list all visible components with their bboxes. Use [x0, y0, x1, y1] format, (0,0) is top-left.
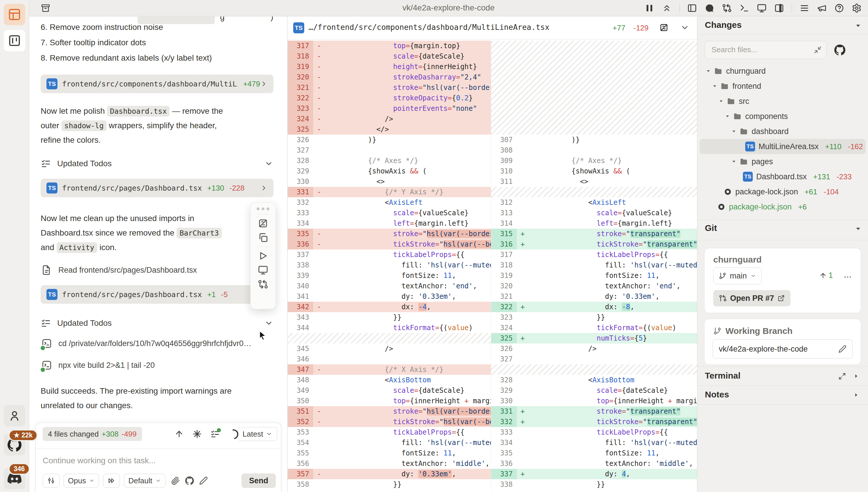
working-branch-input[interactable]: vk/4e2a-explore-the-code	[713, 339, 852, 359]
profile-button[interactable]	[4, 405, 25, 426]
diff-line: 337+ dy: 4,	[491, 469, 697, 479]
tree-folder-frontend[interactable]: frontend	[697, 79, 868, 94]
topbar-separator	[792, 4, 792, 13]
file-search-box[interactable]: Search files...	[705, 41, 827, 59]
tree-file-Dashboard.tsx[interactable]: TSDashboard.tsx+131-233	[697, 169, 868, 184]
latest-dropdown[interactable]: Latest	[238, 427, 278, 441]
message-input[interactable]: Continue working on this task...	[43, 456, 156, 465]
github-button[interactable]: ★ 22k	[4, 434, 25, 456]
line-number: 321	[288, 82, 313, 93]
board-view-button[interactable]	[4, 30, 25, 51]
line-number: 318	[491, 260, 517, 270]
help-icon[interactable]	[834, 3, 844, 13]
monitor-icon[interactable]	[258, 265, 268, 275]
caret-down-icon[interactable]	[731, 158, 737, 165]
changes-section-title[interactable]: Changes	[705, 20, 742, 30]
line-number: 330	[288, 176, 313, 187]
collapse-tree-icon[interactable]	[814, 46, 822, 54]
agent-action-row[interactable]: Read frontend/src/pages/Dashboard.tsx	[42, 265, 197, 275]
diff-file-path: …/frontend/src/components/dashboard/Mult…	[309, 23, 549, 32]
layout-toggle-button[interactable]	[4, 4, 25, 25]
file-change-chip[interactable]: TSfrontend/src/pages/Dashboard.tsx+130-2…	[41, 179, 274, 197]
tree-folder-churnguard[interactable]: churnguard	[697, 64, 868, 79]
diff-line: 348 <AxisBottom	[288, 375, 491, 385]
edit-branch-icon[interactable]	[838, 345, 846, 353]
diff-view-toggle-icon[interactable]	[659, 23, 668, 32]
panel-right-icon[interactable]	[774, 3, 784, 13]
terminal-section[interactable]: Terminal	[697, 366, 868, 386]
arrow-up-icon[interactable]	[174, 429, 184, 439]
files-changed-chip[interactable]: 4 files changed +308 -499	[43, 427, 142, 441]
caret-down-icon[interactable]	[718, 98, 724, 104]
git-branch-icon	[719, 272, 726, 280]
github-context-icon[interactable]	[185, 476, 194, 485]
open-pr-button[interactable]: Open PR #7	[713, 290, 791, 306]
caret-down-icon[interactable]	[711, 83, 718, 89]
terminal-cmd-icon	[42, 338, 52, 349]
panel-left-icon[interactable]	[687, 3, 697, 13]
megaphone-icon[interactable]	[817, 3, 827, 13]
mode-dropdown[interactable]: Default	[124, 474, 165, 488]
updated-todos-row[interactable]: Updated Todos	[41, 157, 273, 170]
agent-action-row[interactable]: cd /private/var/folders/10/h7w0q46556ggr…	[42, 338, 251, 349]
repo-menu-icon[interactable]	[843, 273, 852, 281]
collapse-file-icon[interactable]	[680, 23, 689, 32]
menu-icon[interactable]	[799, 3, 810, 13]
sparkle-icon[interactable]	[192, 429, 202, 439]
file-change-chip[interactable]: TSfrontend/src/components/dashboard/Mult…	[41, 75, 274, 93]
line-number: 315	[491, 228, 517, 239]
caret-down-icon[interactable]	[731, 128, 737, 134]
git-compare-icon[interactable]	[722, 3, 732, 13]
chevron-down-icon	[264, 159, 273, 168]
caret-down-icon[interactable]	[705, 68, 711, 74]
diff-line: 323- pointerEvents="none"	[288, 103, 491, 114]
terminal-icon[interactable]	[740, 3, 749, 13]
pen-icon[interactable]	[199, 476, 208, 485]
search-input[interactable]: Search files...	[711, 45, 757, 54]
tree-folder-src[interactable]: src	[697, 94, 868, 109]
todos-status-icon[interactable]	[210, 429, 220, 439]
diff-line: 345 />	[288, 343, 491, 354]
fast-forward-button[interactable]	[103, 474, 120, 488]
branch-dropdown[interactable]: main	[713, 268, 762, 284]
expand-terminal-icon[interactable]	[838, 372, 846, 380]
tree-folder-components[interactable]: components	[697, 109, 868, 124]
tree-folder-pages[interactable]: pages	[697, 154, 868, 169]
assistant-message-line: Build succeeds. The pre-existing import …	[41, 385, 232, 397]
copy-icon[interactable]	[258, 232, 268, 243]
monitor-icon[interactable]	[757, 3, 767, 13]
diff-line: 309 {/* Axes */}	[491, 155, 697, 166]
diff-new-pane[interactable]: 307 )}308309 {/* Axes */}310 {showAxis &…	[491, 41, 697, 492]
caret-down-icon[interactable]	[724, 113, 731, 120]
git-section-title[interactable]: Git	[705, 223, 717, 233]
github-tree-icon[interactable]	[834, 44, 845, 55]
notes-section[interactable]: Notes	[697, 386, 868, 405]
discord-button[interactable]: 346	[4, 468, 25, 489]
settings-button[interactable]	[43, 474, 60, 488]
play-icon[interactable]	[258, 251, 268, 261]
chevrons-up-icon[interactable]	[662, 3, 672, 13]
tree-folder-dashboard[interactable]: dashboard	[697, 124, 868, 139]
diff-line: 349 scale={dateScale}	[288, 385, 491, 396]
file-change-chip[interactable]: TSfrontend/src/pages/Dashboard.tsx+1-5	[41, 285, 274, 304]
git-collapse-icon[interactable]	[855, 225, 862, 232]
tree-file-package-lock.json[interactable]: package-lock.json+6	[697, 199, 868, 214]
changes-collapse-icon[interactable]	[855, 22, 862, 29]
model-dropdown[interactable]: Opus	[64, 474, 99, 488]
send-button[interactable]: Send	[241, 473, 276, 488]
agent-action-row[interactable]: npx vite build 2>&1 | tail -20	[42, 360, 155, 370]
repo-card: churnguard main 1 Open PR #7	[704, 248, 861, 313]
removed-count: -499	[121, 429, 137, 439]
git-compare-icon[interactable]	[258, 279, 268, 290]
tree-file-MultiLineArea.tsx[interactable]: TSMultiLineArea.tsx+110-162	[700, 139, 866, 154]
more-options-icon[interactable]	[257, 207, 269, 210]
gear-icon[interactable]	[852, 3, 862, 13]
composer: 4 files changed +308 -499 Latest Continu…	[36, 423, 281, 492]
pause-icon[interactable]	[644, 3, 654, 13]
diff-box-icon[interactable]	[258, 218, 268, 228]
updated-todos-row[interactable]: Updated Todos	[41, 317, 273, 329]
tree-file-package-lock.json[interactable]: package-lock.json+61-104	[697, 184, 868, 199]
chat-filled-icon[interactable]	[705, 3, 714, 13]
diff-old-pane[interactable]: 317- top={margin.top}318- scale={dateSca…	[288, 41, 491, 492]
attach-icon[interactable]	[171, 476, 180, 485]
